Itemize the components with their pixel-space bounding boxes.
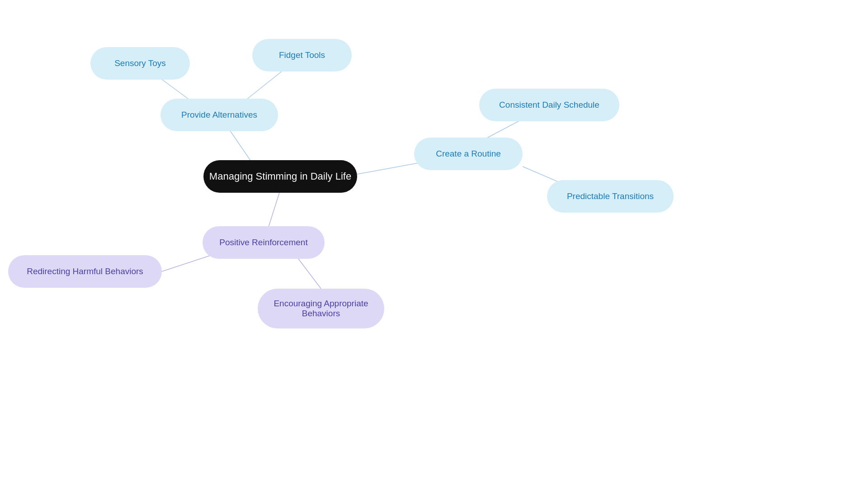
create-routine-label: Create a Routine <box>436 149 501 159</box>
predictable-transitions-label: Predictable Transitions <box>567 191 654 201</box>
redirecting-harmful-node[interactable]: Redirecting Harmful Behaviors <box>8 255 162 288</box>
positive-reinforcement-node[interactable]: Positive Reinforcement <box>203 226 325 259</box>
positive-reinforcement-label: Positive Reinforcement <box>219 238 307 247</box>
redirecting-harmful-label: Redirecting Harmful Behaviors <box>27 266 143 276</box>
svg-line-8 <box>298 259 321 289</box>
consistent-daily-schedule-node[interactable]: Consistent Daily Schedule <box>479 89 619 121</box>
fidget-tools-label: Fidget Tools <box>279 50 325 60</box>
sensory-toys-node[interactable]: Sensory Toys <box>90 47 190 80</box>
consistent-daily-label: Consistent Daily Schedule <box>499 100 599 110</box>
encouraging-appropriate-label: Encouraging Appropriate Behaviors <box>258 299 384 319</box>
center-node[interactable]: Managing Stimming in Daily Life <box>203 160 357 193</box>
encouraging-appropriate-node[interactable]: Encouraging Appropriate Behaviors <box>258 289 384 328</box>
provide-alternatives-label: Provide Alternatives <box>181 110 257 120</box>
fidget-tools-node[interactable]: Fidget Tools <box>252 39 352 71</box>
provide-alternatives-node[interactable]: Provide Alternatives <box>160 99 278 131</box>
center-label: Managing Stimming in Daily Life <box>209 171 351 182</box>
create-routine-node[interactable]: Create a Routine <box>414 138 523 170</box>
predictable-transitions-node[interactable]: Predictable Transitions <box>547 180 674 213</box>
sensory-toys-label: Sensory Toys <box>114 58 166 68</box>
